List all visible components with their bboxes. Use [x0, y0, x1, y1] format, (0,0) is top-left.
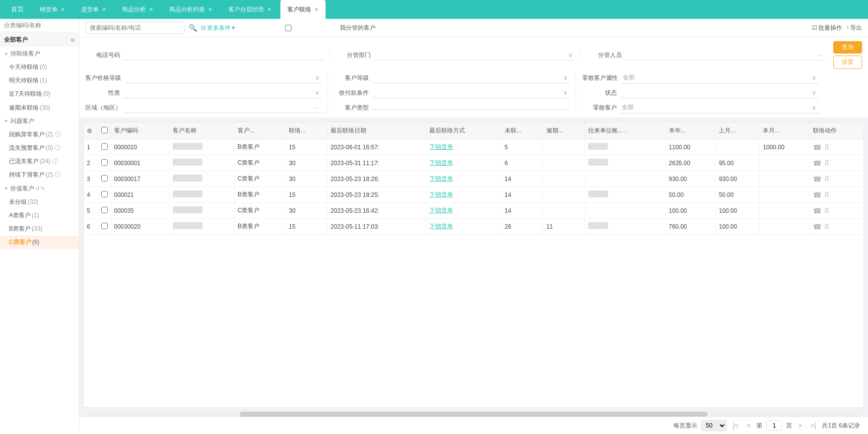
contact-icon[interactable]: ☎ — [813, 159, 821, 167]
more-action-icon[interactable]: ⠿ — [824, 191, 829, 199]
my-customers-check[interactable] — [239, 25, 338, 31]
cell-last-method[interactable]: 下销货单 — [426, 171, 501, 187]
sidebar: 🔍 全部客户 « 待联络客户 今天待联络(0) 明天待联络(1) 近7天待联络(… — [0, 19, 79, 434]
filter-region: 区域（地区） ··· — [85, 103, 322, 113]
status-select[interactable]: ∨ — [620, 88, 818, 98]
sidebar-item-unclassified[interactable]: 未分组(32) — [0, 195, 79, 209]
next-page-btn[interactable]: > — [796, 421, 804, 431]
close-customer-tier[interactable]: ✕ — [267, 6, 271, 13]
cell-last-method[interactable]: 下销货单 — [426, 219, 501, 235]
sidebar-item-class-a[interactable]: A类客户(1) — [0, 209, 79, 222]
sidebar-search-input[interactable] — [4, 22, 78, 29]
cell-not-contacted: 6 — [501, 155, 543, 171]
export-btn[interactable]: ↑ 导出 — [846, 24, 862, 32]
search-icon[interactable]: 🔍 — [189, 24, 197, 32]
all-customers-header[interactable]: 全部客户 « — [0, 32, 79, 47]
tab-product-analysis[interactable]: 商品分析 ✕ — [115, 0, 160, 19]
contact-icon[interactable]: ☎ — [813, 207, 821, 215]
sidebar-item-class-c[interactable]: C类客户(6) — [0, 236, 79, 249]
region-select[interactable]: ··· — [124, 103, 322, 113]
cell-contact: 30 — [285, 203, 327, 219]
cell-last-month: 50.00 — [716, 187, 760, 203]
retail-customer-select[interactable]: 全部 ∨ — [620, 102, 818, 114]
settings-button[interactable]: 设置 — [833, 56, 862, 69]
home-tab[interactable]: 首页 — [4, 5, 31, 14]
per-page-select[interactable]: 50 100 200 — [701, 420, 727, 431]
page-number-input[interactable] — [766, 421, 782, 431]
sidebar-item-7days[interactable]: 近7天待联络(0) — [0, 87, 79, 101]
cell-checkbox[interactable] — [98, 171, 111, 187]
group-value-customers[interactable]: 价值客户 ↺ ✎ — [0, 182, 79, 195]
scrollbar-thumb[interactable] — [240, 412, 708, 417]
query-button[interactable]: 查询 — [833, 41, 862, 54]
customer-level-select[interactable]: ∨ — [372, 73, 570, 83]
contact-icon[interactable]: ☎ — [813, 191, 821, 199]
customer-level-arrow: ∨ — [563, 74, 568, 81]
dept-select[interactable]: ∨ — [374, 50, 574, 61]
tab-customer-contact[interactable]: 客户联络 ✕ — [280, 0, 326, 19]
tab-customer-tier[interactable]: 客户分层经营 ✕ — [221, 0, 278, 19]
cell-checkbox[interactable] — [98, 139, 111, 155]
cell-actions: ☎ ⠿ — [810, 171, 864, 187]
close-product-analysis-list[interactable]: ✕ — [208, 6, 212, 13]
my-customers-checkbox[interactable]: 我分管的客户 — [239, 24, 376, 32]
select-all-checkbox[interactable] — [101, 127, 108, 133]
batch-operation-btn[interactable]: ☑ 批量操作 — [812, 24, 842, 32]
customer-type-select[interactable] — [372, 106, 570, 110]
cell-last-method[interactable]: 下销货单 — [426, 155, 501, 171]
contact-icon[interactable]: ☎ — [813, 223, 821, 231]
last-page-btn[interactable]: >| — [808, 421, 818, 431]
close-sales-order[interactable]: ✕ — [61, 6, 65, 13]
cell-historical — [585, 187, 666, 203]
more-conditions-btn[interactable]: ⊟ 更多条件 ▾ — [201, 24, 235, 32]
phone-input[interactable] — [123, 50, 324, 61]
cell-actions: ☎ ⠿ — [810, 203, 864, 219]
cell-checkbox[interactable] — [98, 155, 111, 171]
more-action-icon[interactable]: ⠿ — [824, 175, 829, 183]
close-product-analysis[interactable]: ✕ — [149, 6, 153, 13]
tab-sales-order[interactable]: 销货单 ✕ — [33, 0, 72, 19]
contact-icon[interactable]: ☎ — [813, 175, 821, 183]
sidebar-item-today[interactable]: 今天待联络(0) — [0, 61, 79, 74]
horizontal-scrollbar[interactable] — [83, 412, 864, 417]
tab-product-analysis-list[interactable]: 商品分析列表 ✕ — [162, 0, 219, 19]
col-settings[interactable]: ⚙ — [84, 123, 98, 139]
collapse-btn[interactable]: « — [70, 35, 75, 44]
cell-this-year: 760.00 — [666, 219, 716, 235]
cell-checkbox[interactable] — [98, 187, 111, 203]
group-pending-contact[interactable]: 待联络客户 — [0, 47, 79, 61]
close-purchase-order[interactable]: ✕ — [102, 6, 106, 13]
cell-checkbox[interactable] — [98, 203, 111, 219]
tab-purchase-order[interactable]: 进货单 ✕ — [74, 0, 113, 19]
sidebar-item-churned[interactable]: 已流失客户(24) ⓘ — [0, 155, 79, 168]
more-action-icon[interactable]: ⠿ — [824, 207, 829, 215]
contact-icon[interactable]: ☎ — [813, 143, 821, 151]
sidebar-search-bar[interactable]: 🔍 — [0, 19, 79, 32]
cell-last-method[interactable]: 下销货单 — [426, 203, 501, 219]
sidebar-item-class-b[interactable]: B类客户(33) — [0, 222, 79, 236]
sidebar-item-abnormal[interactable]: 回购异常客户(2) ⓘ — [0, 128, 79, 141]
search-input[interactable] — [85, 22, 185, 34]
prev-page-btn[interactable]: < — [744, 421, 752, 431]
sidebar-item-overdue[interactable]: 逾期未联络(30) — [0, 101, 79, 115]
sidebar-item-churn-warning[interactable]: 流失预警客户(3) ⓘ — [0, 141, 79, 155]
nature-select[interactable]: ∨ — [123, 88, 322, 98]
more-action-icon[interactable]: ⠿ — [824, 223, 829, 231]
sidebar-item-declining[interactable]: 持续下滑客户(2) ⓘ — [0, 168, 79, 182]
retail-attr-select[interactable]: 全部 ∨ — [621, 72, 818, 84]
group-problem-customers[interactable]: 问题客户 — [0, 115, 79, 128]
more-action-icon[interactable]: ⠿ — [824, 159, 829, 167]
cell-this-month — [760, 187, 810, 203]
sidebar-item-tomorrow[interactable]: 明天待联络(1) — [0, 74, 79, 87]
col-checkbox[interactable] — [98, 123, 111, 139]
payment-select[interactable]: ∨ — [372, 88, 570, 98]
manager-select[interactable]: ··· — [625, 50, 825, 61]
cell-checkbox[interactable] — [98, 219, 111, 235]
cell-last-method[interactable]: 下销货单 — [426, 139, 501, 155]
close-customer-contact[interactable]: ✕ — [314, 6, 319, 13]
cell-last-method[interactable]: 下销货单 — [426, 187, 501, 203]
price-level-select[interactable]: ∨ — [124, 73, 322, 83]
cell-actions: ☎ ⠿ — [810, 219, 864, 235]
first-page-btn[interactable]: |< — [731, 421, 740, 431]
more-action-icon[interactable]: ⠿ — [824, 143, 829, 151]
